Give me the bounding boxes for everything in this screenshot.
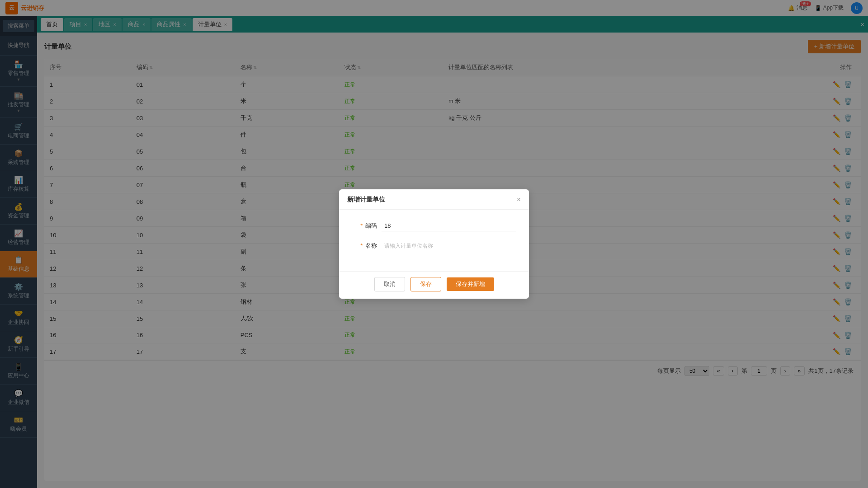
modal-close-btn[interactable]: × [517, 196, 521, 203]
save-and-new-button[interactable]: 保存并新增 [447, 277, 494, 291]
cancel-button[interactable]: 取消 [374, 277, 405, 291]
required-mark: * [360, 242, 363, 249]
modal-title: 新增计量单位 [347, 196, 385, 204]
modal-footer: 取消 保存 保存并新增 [339, 271, 529, 299]
add-unit-modal: 新增计量单位 × * 编码 * 名称 取消 保存 保存并新增 [339, 189, 529, 299]
name-form-row: * 名称 [352, 240, 516, 251]
modal-header: 新增计量单位 × [339, 189, 529, 210]
save-button[interactable]: 保存 [410, 277, 441, 291]
code-label: * 编码 [352, 222, 377, 230]
required-mark: * [360, 222, 363, 229]
name-label: * 名称 [352, 242, 377, 250]
modal-overlay: 新增计量单位 × * 编码 * 名称 取消 保存 保存并新增 [0, 0, 868, 488]
code-form-row: * 编码 [352, 221, 516, 231]
modal-body: * 编码 * 名称 [339, 210, 529, 271]
code-input[interactable] [382, 221, 516, 231]
name-input[interactable] [382, 240, 516, 251]
